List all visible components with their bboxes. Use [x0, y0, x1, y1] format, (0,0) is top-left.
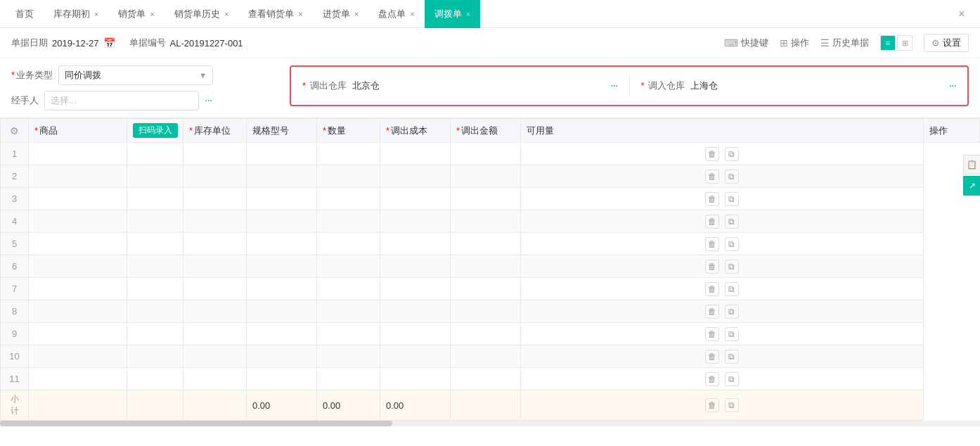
cost-cell-1[interactable] [317, 143, 380, 165]
spec-cell-5[interactable] [183, 233, 247, 255]
copy-icon-4[interactable]: ⧉ [725, 215, 739, 229]
delete-icon-5[interactable]: 🗑 [705, 237, 719, 251]
cost-cell-10[interactable] [317, 345, 380, 368]
available-cell-10[interactable] [451, 345, 521, 368]
delete-icon-4[interactable]: 🗑 [705, 215, 719, 229]
window-close-button[interactable]: × [949, 1, 974, 27]
spec-cell-6[interactable] [183, 255, 247, 278]
spec-cell-11[interactable] [183, 368, 247, 390]
product-cell-1[interactable] [29, 143, 127, 165]
tab-transfer[interactable]: 调拨单 × [425, 0, 480, 28]
tab-sales[interactable]: 销货单 × [108, 0, 164, 28]
tab-view-sales[interactable]: 查看销货单 × [238, 0, 312, 28]
shortcut-key-button[interactable]: ⌨ 快捷键 [724, 37, 768, 49]
amount-cell-3[interactable] [380, 188, 451, 210]
cost-cell-4[interactable] [317, 210, 380, 233]
target-warehouse-more-icon[interactable]: ··· [949, 79, 956, 92]
product-cell-2[interactable] [29, 165, 127, 188]
cost-cell-8[interactable] [317, 300, 380, 323]
amount-cell-6[interactable] [380, 255, 451, 278]
delete-icon-3[interactable]: 🗑 [705, 192, 719, 206]
spec-cell-8[interactable] [183, 300, 247, 323]
subtotal-copy-icon[interactable]: ⧉ [725, 398, 739, 412]
history-bill-button[interactable]: ☰ 历史单据 [820, 37, 869, 49]
qty-cell-9[interactable] [247, 323, 317, 345]
tab-sales-close[interactable]: × [150, 10, 154, 18]
unit-cell-8[interactable] [127, 300, 183, 323]
spec-cell-3[interactable] [183, 188, 247, 210]
unit-cell-9[interactable] [127, 323, 183, 345]
qty-cell-1[interactable] [247, 143, 317, 165]
unit-cell-2[interactable] [127, 165, 183, 188]
tab-home[interactable]: 首页 [6, 0, 44, 28]
spec-cell-10[interactable] [183, 345, 247, 368]
available-cell-3[interactable] [451, 188, 521, 210]
horizontal-scrollbar[interactable] [0, 421, 980, 426]
expand-button[interactable]: ↗ [963, 176, 980, 196]
qty-cell-8[interactable] [247, 300, 317, 323]
unit-cell-10[interactable] [127, 345, 183, 368]
copy-icon-10[interactable]: ⧉ [725, 350, 739, 364]
spec-cell-9[interactable] [183, 323, 247, 345]
product-cell-4[interactable] [29, 210, 127, 233]
qty-cell-4[interactable] [247, 210, 317, 233]
cost-cell-2[interactable] [317, 165, 380, 188]
settings-button[interactable]: ⚙ 设置 [924, 34, 969, 52]
operation-button[interactable]: ⊞ 操作 [780, 37, 809, 49]
available-cell-8[interactable] [451, 300, 521, 323]
delete-icon-8[interactable]: 🗑 [705, 305, 719, 319]
copy-icon-2[interactable]: ⧉ [725, 170, 739, 184]
unit-cell-5[interactable] [127, 233, 183, 255]
copy-icon-6[interactable]: ⧉ [725, 260, 739, 274]
cost-cell-11[interactable] [317, 368, 380, 390]
copy-icon-5[interactable]: ⧉ [725, 237, 739, 251]
available-cell-7[interactable] [451, 278, 521, 300]
list-view-button[interactable]: ≡ [880, 35, 896, 51]
qty-cell-2[interactable] [247, 165, 317, 188]
tab-view-sales-close[interactable]: × [298, 10, 302, 18]
spec-cell-1[interactable] [183, 143, 247, 165]
product-cell-9[interactable] [29, 323, 127, 345]
delete-icon-11[interactable]: 🗑 [705, 372, 719, 386]
tab-sales-history[interactable]: 销货单历史 × [165, 0, 238, 28]
grid-view-button[interactable]: ⊞ [897, 35, 913, 51]
copy-icon-11[interactable]: ⧉ [725, 372, 739, 386]
subtotal-delete-icon[interactable]: 🗑 [705, 398, 719, 412]
scan-button[interactable]: 扫码录入 [133, 123, 178, 138]
source-warehouse-more-icon[interactable]: ··· [610, 79, 617, 92]
copy-icon-7[interactable]: ⧉ [725, 282, 739, 296]
available-cell-1[interactable] [451, 143, 521, 165]
tab-stocktake-close[interactable]: × [410, 10, 414, 18]
amount-cell-8[interactable] [380, 300, 451, 323]
tab-purchase-close[interactable]: × [354, 10, 359, 18]
delete-icon-10[interactable]: 🗑 [705, 350, 719, 364]
copy-icon-9[interactable]: ⧉ [725, 327, 739, 341]
table-gear-header[interactable]: ⚙ [1, 119, 29, 143]
spec-cell-7[interactable] [183, 278, 247, 300]
qty-cell-6[interactable] [247, 255, 317, 278]
tab-sales-history-close[interactable]: × [224, 10, 228, 18]
unit-cell-7[interactable] [127, 278, 183, 300]
amount-cell-4[interactable] [380, 210, 451, 233]
manager-more-icon[interactable]: ··· [205, 94, 212, 107]
delete-icon-1[interactable]: 🗑 [705, 147, 719, 161]
unit-cell-3[interactable] [127, 188, 183, 210]
product-cell-11[interactable] [29, 368, 127, 390]
spec-cell-2[interactable] [183, 165, 247, 188]
available-cell-6[interactable] [451, 255, 521, 278]
amount-cell-10[interactable] [380, 345, 451, 368]
calendar-icon[interactable]: 📅 [103, 37, 115, 49]
delete-icon-6[interactable]: 🗑 [705, 260, 719, 274]
tab-inventory-init[interactable]: 库存期初 × [44, 0, 108, 28]
available-cell-2[interactable] [451, 165, 521, 188]
cost-cell-9[interactable] [317, 323, 380, 345]
unit-cell-4[interactable] [127, 210, 183, 233]
tab-stocktake[interactable]: 盘点单 × [368, 0, 424, 28]
cost-cell-7[interactable] [317, 278, 380, 300]
unit-cell-1[interactable] [127, 143, 183, 165]
available-cell-4[interactable] [451, 210, 521, 233]
tab-purchase[interactable]: 进货单 × [313, 0, 368, 28]
delete-icon-9[interactable]: 🗑 [705, 327, 719, 341]
qty-cell-11[interactable] [247, 368, 317, 390]
qty-cell-10[interactable] [247, 345, 317, 368]
